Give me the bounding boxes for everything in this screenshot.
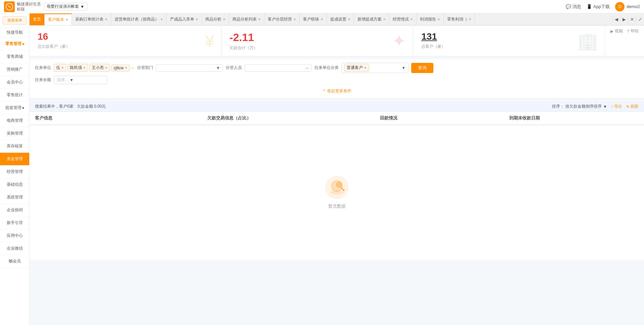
top-bar: 畅捷通好生意 标版 母婴行业演示帐套 ▼ 💬 消息 📱 App下载 D demo… — [0, 0, 644, 13]
logo-icon — [4, 1, 15, 12]
tab-close-customer-segment[interactable]: ✕ — [293, 17, 296, 21]
export-icon: ↑ — [611, 104, 613, 109]
sidebar-item-new-guide[interactable]: 新手引导 — [0, 217, 29, 229]
tab-close-product-analysis-list[interactable]: ✕ — [258, 17, 261, 21]
quick-nav-btn[interactable]: 快捷导航 — [0, 28, 29, 38]
stat2-label: 欠款合计（万） — [229, 45, 258, 51]
tab-close-product-analysis[interactable]: ✕ — [223, 17, 225, 21]
tab-business-status[interactable]: 经营情况 ✕ — [389, 13, 417, 25]
sidebar-item-batch-mgmt[interactable]: 批发管理▾ — [0, 102, 29, 114]
tab-close-product-inbound[interactable]: ✕ — [196, 17, 198, 21]
stat3-icon: 🏢 — [577, 31, 598, 51]
sidebar-item-premium-member[interactable]: 畅会员 — [0, 255, 29, 268]
tab-new-promotion[interactable]: 新增提成方案 ✕ — [354, 13, 389, 25]
col-customer-info: 客户信息 — [35, 115, 207, 121]
stat2-value: -2.11 — [229, 31, 254, 44]
sidebar: 搜索菜单 快捷导航 零售管理▾ 零售商城 营销推广 会员中心 零售统计 批发管理… — [0, 13, 30, 325]
sidebar-item-retail-mall[interactable]: 零售商城 — [0, 50, 29, 63]
refresh-btn[interactable]: ↻ 刷新 — [626, 104, 639, 109]
category-tag-close[interactable]: ✕ — [364, 66, 367, 70]
sidebar-item-retail-stats[interactable]: 零售统计 — [0, 89, 29, 102]
tab-customer-cost[interactable]: 客户账本 ✕ — [45, 13, 72, 25]
category-select[interactable]: 普通客户 ✕ ▼ — [341, 63, 409, 73]
tag-chen-label: 陈民强 — [70, 65, 82, 71]
sidebar-item-purchase[interactable]: 采购管理 — [0, 127, 29, 140]
tab-nav-close-all[interactable]: ✕ — [628, 17, 636, 22]
sidebar-item-system[interactable]: 系统管理 — [0, 191, 29, 204]
tab-close-purchase-order[interactable]: ✕ — [105, 17, 108, 21]
tab-nav-prev[interactable]: ◀ — [612, 17, 620, 22]
stat2-icon: ✦ — [392, 31, 406, 51]
person-select[interactable]: ··· — [245, 64, 312, 72]
stat1-label: 总欠款客户（家） — [38, 44, 70, 49]
filter-tag-more[interactable]: ··· — [131, 66, 134, 70]
app-download-btn[interactable]: 📱 App下载 — [587, 4, 610, 10]
table-body: 暂无数据 — [30, 125, 644, 260]
tab-close-profit-report[interactable]: ✕ — [437, 17, 440, 21]
tab-customer-segment[interactable]: 客户分层经营 ✕ — [264, 13, 300, 25]
sidebar-item-inventory[interactable]: 库存核算 — [0, 140, 29, 153]
search-menu-btn[interactable]: 搜索菜单 — [3, 16, 27, 25]
dept-filter-label: 分管部门 — [137, 65, 153, 71]
tag-wu-close[interactable]: ✕ — [61, 66, 64, 70]
sidebar-item-fund-mgmt[interactable]: 资金管理 — [0, 153, 29, 166]
page-content: 16 总欠款客户（家） ¥ -2.11 欠款合计（万） ✦ 131 总客户（家）… — [30, 26, 644, 325]
mobile-icon: 📱 — [587, 4, 592, 9]
video-btn[interactable]: ▶ 视频 — [610, 28, 623, 34]
sidebar-item-retail-mgmt[interactable]: 零售管理▾ — [0, 38, 29, 50]
tab-close-promotion-settings[interactable]: ✕ — [348, 17, 350, 21]
stat1-icon: ¥ — [205, 31, 214, 51]
tab-home[interactable]: 首页 — [30, 13, 45, 25]
balance-select[interactable]: 选择... ▼ — [54, 76, 108, 84]
sidebar-item-ecommerce[interactable]: 电商管理 — [0, 114, 29, 127]
tab-close-customer-contact[interactable]: ✕ — [320, 17, 323, 21]
top-bar-left: 畅捷通好生意 标版 母婴行业演示帐套 ▼ — [4, 1, 87, 12]
filter-row-2: 往来余额 选择... ▼ — [35, 76, 639, 84]
tag-chen-close[interactable]: ✕ — [83, 66, 86, 70]
collapse-btn[interactable]: ⌃ 收起更多条件 — [323, 88, 351, 94]
tab-close-retail-profit[interactable]: ✕ — [469, 17, 471, 21]
stat3-value: 131 — [421, 31, 437, 42]
tab-customer-contact[interactable]: 客户联络 ✕ — [300, 13, 327, 25]
category-tag-label: 普通客户 — [347, 65, 363, 71]
export-btn[interactable]: ↑ 导出 — [611, 104, 622, 109]
filter-tag-wu: 伍 ✕ — [54, 64, 66, 72]
tab-product-analysis[interactable]: 商品分析 ✕ — [202, 13, 229, 25]
sidebar-item-app-center[interactable]: 应用中心 — [0, 229, 29, 242]
sidebar-search: 搜索菜单 — [0, 13, 29, 28]
tab-nav-maximize[interactable]: ⤢ — [636, 17, 644, 22]
sidebar-item-enterprise-wechat[interactable]: 企业微信 — [0, 242, 29, 255]
tab-purchase-order[interactable]: 采购订单统计表 ✕ — [72, 13, 111, 25]
user-area[interactable]: D demo2 — [615, 2, 640, 11]
message-btn[interactable]: 💬 消息 — [566, 4, 581, 10]
sidebar-item-marketing[interactable]: 营销推广 — [0, 63, 29, 76]
tab-close-business-status[interactable]: ✕ — [410, 17, 413, 21]
tab-product-analysis-list[interactable]: 商品分析列表 ✕ — [229, 13, 264, 25]
account-selector[interactable]: 母婴行业演示帐套 ▼ — [44, 3, 87, 10]
tab-close-customer-cost[interactable]: ✕ — [66, 18, 68, 22]
tab-bar-controls: ◀ ▶ ✕ ⤢ — [612, 17, 644, 22]
tag-wang-close[interactable]: ✕ — [105, 66, 108, 70]
dept-select[interactable]: ▼ — [156, 64, 223, 72]
tab-promotion-settings[interactable]: 提成设置 ✕ — [327, 13, 354, 25]
stat-total-customers: 16 总欠款客户（家） ¥ — [30, 26, 221, 56]
tab-incoming-stats[interactable]: 进货单统计表（按商品） ✕ — [111, 13, 167, 25]
filter-row-1: 往来单位 伍 ✕ 陈民强 ✕ 王小亮 ✕ — [35, 63, 639, 73]
sidebar-item-ops-mgmt[interactable]: 经营管理 — [0, 166, 29, 178]
query-button[interactable]: 查询 — [411, 63, 433, 73]
tab-close-incoming-stats[interactable]: ✕ — [160, 17, 163, 21]
sidebar-item-member-center[interactable]: 会员中心 — [0, 76, 29, 89]
help-btn[interactable]: ? 帮助 — [627, 28, 639, 34]
empty-text: 暂无数据 — [328, 203, 346, 209]
tab-product-inbound[interactable]: 产成品入库单 ✕ — [167, 13, 202, 25]
tab-profit-report[interactable]: 利润报告 ✕ — [417, 13, 444, 25]
main-layout: 搜索菜单 快捷导航 零售管理▾ 零售商城 营销推广 会员中心 零售统计 批发管理… — [0, 13, 644, 325]
tab-retail-profit[interactable]: 零售利润（ ✕ — [444, 13, 475, 25]
sort-select[interactable]: 排序： 按欠款金额倒序排序 ▼ — [552, 104, 607, 109]
sidebar-item-basic-info[interactable]: 基础信息 — [0, 178, 29, 191]
col-owed-info: 欠款交易信息（占比） — [207, 115, 380, 121]
tag-cjttcw-close[interactable]: ✕ — [125, 66, 127, 70]
sidebar-item-enterprise-coop[interactable]: 企业协同 — [0, 204, 29, 217]
tab-close-new-promotion[interactable]: ✕ — [383, 17, 386, 21]
tab-nav-next[interactable]: ▶ — [620, 17, 628, 22]
